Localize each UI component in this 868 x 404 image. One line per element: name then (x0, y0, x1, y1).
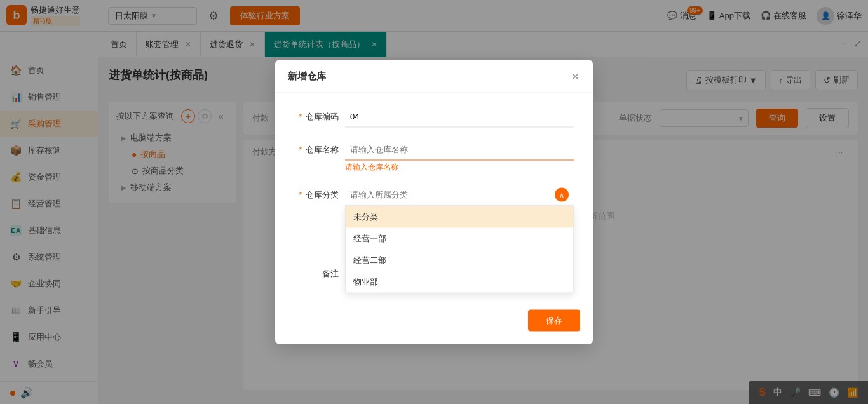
dropdown-item-property[interactable]: 物业部 (346, 271, 573, 293)
name-input[interactable] (345, 139, 574, 161)
name-error-hint: 请输入仓库名称 (345, 162, 574, 173)
dropdown-item-dept2[interactable]: 经营二部 (346, 250, 573, 271)
modal-header: 新增仓库 ✕ (275, 60, 593, 93)
modal-body: * 仓库编码 * 仓库名称 请输入仓库名称 * 仓库分类 (275, 93, 593, 304)
form-row-name: * 仓库名称 请输入仓库名称 (294, 139, 574, 173)
dropdown-item-dept1[interactable]: 经营一部 (346, 228, 573, 250)
new-warehouse-modal: 新增仓库 ✕ * 仓库编码 * 仓库名称 请输入仓库名称 (275, 60, 593, 344)
dropdown-item-uncategorized[interactable]: 未分类 (346, 206, 573, 228)
category-dropdown-list: 未分类 经营一部 经营二部 物业部 (345, 206, 574, 293)
code-input[interactable] (345, 106, 574, 128)
form-row-code: * 仓库编码 (294, 106, 574, 128)
save-button[interactable]: 保存 (528, 310, 580, 332)
category-input-wrap: ∧ 未分类 经营一部 经营二部 物业部 (345, 184, 574, 206)
name-input-wrap: 请输入仓库名称 (345, 139, 574, 173)
code-input-wrap (345, 106, 574, 128)
category-label: * 仓库分类 (294, 184, 339, 201)
modal-footer: 保存 (275, 304, 593, 344)
modal-title: 新增仓库 (288, 71, 326, 83)
note-label: 备注 (294, 263, 339, 279)
modal-close-button[interactable]: ✕ (571, 71, 580, 82)
code-label: * 仓库编码 (294, 106, 339, 123)
category-dropdown-toggle[interactable]: ∧ (555, 188, 569, 202)
form-row-category: * 仓库分类 ∧ 未分类 经营一部 经营二部 物业部 (294, 184, 574, 206)
category-input[interactable] (345, 184, 574, 206)
name-label: * 仓库名称 (294, 139, 339, 156)
